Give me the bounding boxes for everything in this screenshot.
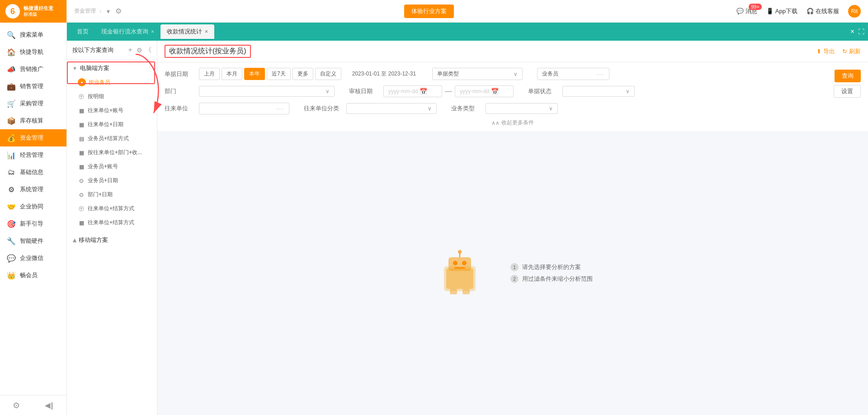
- settings-gear-icon[interactable]: ⚙: [115, 7, 122, 15]
- settings-plan-icon[interactable]: ⚙: [137, 47, 142, 54]
- sidebar-item-label: 营销推广: [20, 65, 43, 73]
- sidebar-item-finance[interactable]: 💰 资金管理: [0, 129, 66, 146]
- tab-bar-expand-icon[interactable]: ⛶: [858, 28, 864, 35]
- doc-status-select[interactable]: ∨: [562, 86, 635, 97]
- plan-item-dept-date[interactable]: ⊙ 部门+日期: [67, 188, 157, 202]
- sidebar-item-label: 搜索菜单: [20, 31, 43, 39]
- download-icon: 📱: [766, 8, 774, 14]
- sidebar-item-purchase[interactable]: 🛒 采购管理: [0, 95, 66, 112]
- sidebar-collapse-icon[interactable]: ◀‖: [45, 401, 54, 410]
- this-year-btn[interactable]: 本年: [244, 68, 265, 80]
- export-button[interactable]: ⬆ 导出: [816, 47, 835, 56]
- plan-item-partner-account-label: 往来单位+账号: [88, 107, 123, 114]
- custom-date-btn[interactable]: 自定义: [315, 68, 341, 80]
- collapse-panel-icon[interactable]: 《: [145, 46, 151, 54]
- tab-bank-flow-close[interactable]: ×: [151, 28, 154, 35]
- svg-rect-9: [462, 289, 470, 294]
- sidebar-item-operations[interactable]: 📊 经营管理: [0, 146, 66, 164]
- top-header: 资金管理 › ▾ ⚙ 体验行业方案 💬 消息 99+ 📱 App下载 🎧 在线客…: [67, 0, 868, 23]
- mobile-plan-title[interactable]: ▶ 移动端方案: [67, 233, 157, 247]
- review-date-start-input[interactable]: yyyy-mm-dd 📅: [383, 85, 442, 97]
- sidebar-item-basic-info[interactable]: 🗂 基础信息: [0, 164, 66, 181]
- notification-area[interactable]: 💬 消息 99+: [736, 7, 757, 15]
- refresh-label: 刷新: [849, 47, 861, 56]
- online-service-area[interactable]: 🎧 在线客服: [807, 7, 839, 15]
- plan-item-salesman-payment[interactable]: ▤ 业务员+结算方式: [67, 132, 157, 146]
- dept-chevron-icon: ∨: [326, 88, 330, 94]
- breadcrumb: 资金管理 ›: [74, 7, 101, 15]
- trial-button[interactable]: 体验行业方案: [404, 5, 454, 18]
- plan-item-salesman-account[interactable]: ▦ 业务员+账号: [67, 160, 157, 174]
- plan-item-partner-payment2[interactable]: ▦ 往来单位+结算方式: [67, 216, 157, 230]
- partner-account-icon: ▦: [78, 107, 85, 114]
- export-icon: ⬆: [816, 48, 821, 55]
- sidebar-item-marketing[interactable]: 📣 营销推广: [0, 61, 66, 78]
- more-date-btn[interactable]: 更多: [292, 68, 313, 80]
- dept-select[interactable]: ∨: [199, 86, 335, 97]
- refresh-button[interactable]: ↻ 刷新: [842, 47, 861, 56]
- filter-settings-button[interactable]: 设置: [834, 85, 861, 98]
- svg-rect-5: [454, 267, 465, 269]
- plan-item-partner-date[interactable]: ▦ 往来单位+日期: [67, 118, 157, 132]
- sidebar-item-member[interactable]: 👑 畅会员: [0, 267, 66, 284]
- plan-item-salesman-date-label: 业务员+日期: [88, 177, 118, 184]
- sidebar-item-collab[interactable]: 🤝 企业协同: [0, 198, 66, 215]
- empty-tips: 1 请先选择要分析的方案 2 用过滤条件来缩小分析范围: [510, 263, 593, 283]
- partner-category-chevron-icon: ∨: [428, 105, 432, 112]
- partner-category-select[interactable]: ∨: [346, 103, 437, 114]
- sidebar-item-sales[interactable]: 💼 销售管理: [0, 78, 66, 95]
- sidebar-item-guide[interactable]: 🎯 新手引导: [0, 215, 66, 232]
- sidebar-item-quicknav[interactable]: 🏠 快捷导航: [0, 43, 66, 61]
- collapse-more-conditions[interactable]: ∧∧ 收起更多条件: [157, 114, 868, 131]
- sidebar-item-label: 企业协同: [20, 203, 43, 211]
- hardware-icon: 🔧: [7, 237, 15, 245]
- tab-collection-stats-close[interactable]: ×: [205, 28, 208, 35]
- collab-icon: 🤝: [7, 203, 15, 211]
- tab-home[interactable]: 首页: [71, 24, 95, 39]
- plan-item-partner-date-label: 往来单位+日期: [88, 121, 123, 128]
- add-plan-icon[interactable]: ＋: [127, 45, 134, 55]
- app-download-area[interactable]: 📱 App下载: [766, 7, 797, 15]
- review-date-end-input[interactable]: yyyy-mm-dd 📅: [455, 85, 514, 97]
- page-title-actions: ⬆ 导出 ↻ 刷新: [816, 47, 861, 56]
- doc-type-select[interactable]: 单据类型 ∨: [432, 68, 523, 80]
- sidebar-item-system[interactable]: ⚙ 系统管理: [0, 181, 66, 198]
- plan-item-salesman-date[interactable]: ⊙ 业务员+日期: [67, 174, 157, 188]
- sidebar-item-hardware[interactable]: 🔧 智能硬件: [0, 232, 66, 250]
- desktop-plan-title[interactable]: ▼ 电脑端方案: [67, 61, 157, 75]
- tab-collection-stats-label: 收款情况统计: [167, 28, 202, 36]
- biz-type-select[interactable]: ∨: [486, 103, 558, 114]
- sidebar-item-label: 经营管理: [20, 151, 43, 159]
- sidebar-item-wechat[interactable]: 💬 企业微信: [0, 250, 66, 267]
- salesman-more-icon[interactable]: ···: [596, 71, 604, 78]
- collapse-up-icon: ∧∧: [491, 120, 500, 126]
- partner-more-icon[interactable]: ···: [276, 105, 284, 112]
- plan-item-partner-account[interactable]: ▦ 往来单位+账号: [67, 104, 157, 118]
- tab-bar-close-icon[interactable]: ×: [850, 28, 854, 36]
- last-month-btn[interactable]: 上月: [199, 68, 220, 80]
- review-date-label: 审核日期: [349, 87, 376, 95]
- this-month-btn[interactable]: 本月: [222, 68, 242, 80]
- plan-item-detail[interactable]: ㊉ 按明细: [67, 90, 157, 104]
- sidebar-item-search[interactable]: 🔍 搜索菜单: [0, 26, 66, 43]
- last-7-days-btn[interactable]: 近7天: [267, 68, 291, 80]
- plan-item-partner-payment1[interactable]: ㊉ 往来单位+结算方式: [67, 202, 157, 216]
- sidebar-item-inventory[interactable]: 📦 库存核算: [0, 112, 66, 129]
- plan-item-salesman[interactable]: ● 按业务员: [67, 75, 157, 90]
- app-download-label: App下载: [775, 7, 797, 15]
- avatar[interactable]: Rit: [848, 5, 861, 18]
- salesman-select[interactable]: 业务员 ···: [537, 68, 609, 80]
- query-button[interactable]: 查询: [835, 70, 861, 82]
- partner-dept-icon: ▦: [78, 149, 85, 156]
- tab-collection-stats[interactable]: 收款情况统计 ×: [160, 24, 214, 39]
- sales-icon: 💼: [7, 82, 15, 90]
- sidebar-item-label: 销售管理: [20, 82, 43, 90]
- plan-item-partner-dept[interactable]: ▦ 按往来单位+部门+收...: [67, 146, 157, 160]
- page-title-bar: 收款情况统计(按业务员) ⬆ 导出 ↻ 刷新: [157, 41, 868, 62]
- sidebar-item-label: 快捷导航: [20, 48, 43, 56]
- sidebar-settings-icon[interactable]: ⚙: [13, 401, 20, 410]
- dropdown-icon[interactable]: ▾: [107, 8, 110, 15]
- robot-illustration: [433, 246, 487, 300]
- tab-bank-flow[interactable]: 现金银行流水查询 ×: [95, 24, 160, 39]
- partner-select[interactable]: ···: [199, 103, 289, 114]
